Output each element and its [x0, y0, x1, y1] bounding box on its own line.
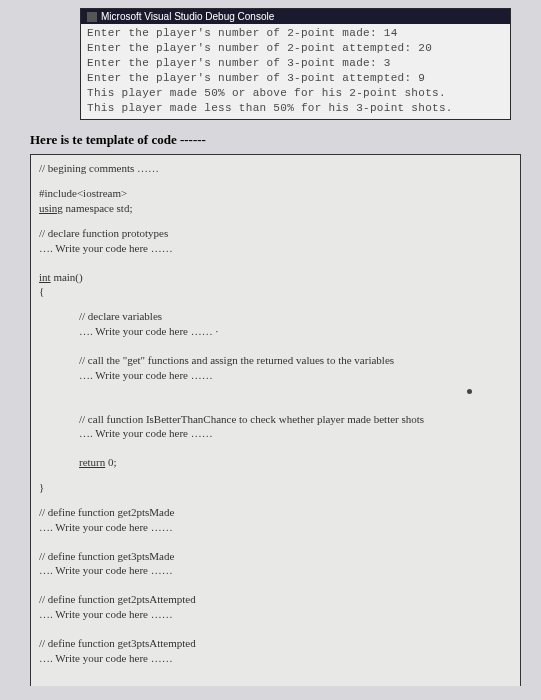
- console-title-text: Microsoft Visual Studio Debug Console: [101, 11, 274, 22]
- app-icon: [87, 12, 97, 22]
- code-placeholder: …. Write your code here ……: [79, 426, 512, 441]
- code-comment: // define function get2ptsAttempted: [39, 592, 512, 607]
- console-line: Enter the player's number of 2-point att…: [87, 41, 504, 56]
- code-brace: }: [39, 480, 512, 495]
- code-comment: // call the "get" functions and assign t…: [79, 353, 512, 368]
- code-brace: {: [39, 284, 512, 299]
- console-line: This player made less than 50% for his 3…: [87, 101, 504, 116]
- keyword-int: int: [39, 271, 51, 283]
- code-comment: // declare function prototypes: [39, 226, 512, 241]
- console-titlebar: Microsoft Visual Studio Debug Console: [81, 9, 510, 24]
- code-template: // begining comments …… #include<iostrea…: [30, 154, 521, 685]
- keyword-using: using: [39, 202, 63, 214]
- code-placeholder: …. Write your code here ……: [39, 607, 512, 622]
- code-placeholder: …. Write your code here ……: [39, 651, 512, 666]
- code-placeholder: …. Write your code here …… ·: [79, 324, 512, 339]
- keyword-return: return: [79, 456, 105, 468]
- code-placeholder: …. Write your code here ……: [79, 368, 512, 383]
- code-placeholder: …. Write your code here ……: [39, 520, 512, 535]
- console-window: Microsoft Visual Studio Debug Console En…: [80, 8, 511, 120]
- code-comment: // define function get3ptsAttempted: [39, 636, 512, 651]
- section-header: Here is te template of code ------: [30, 132, 521, 148]
- code-comment: // begining comments ……: [39, 161, 512, 176]
- code-placeholder: …. Write your code here ……: [39, 563, 512, 578]
- code-return: return 0;: [79, 455, 512, 470]
- bullet-icon: ·: [216, 325, 219, 337]
- code-include: #include<iostream>: [39, 186, 512, 201]
- console-line: Enter the player's number of 3-point att…: [87, 71, 504, 86]
- code-placeholder: …. Write your code here ……: [39, 241, 512, 256]
- code-main: int main(): [39, 270, 512, 285]
- console-line: This player made 50% or above for his 2-…: [87, 86, 504, 101]
- code-comment: // define function get3ptsMade: [39, 549, 512, 564]
- console-line: Enter the player's number of 2-point mad…: [87, 26, 504, 41]
- code-comment: // call function IsBetterThanChance to c…: [79, 412, 512, 427]
- code-comment: // declare variables: [79, 309, 512, 324]
- console-output: Enter the player's number of 2-point mad…: [81, 24, 510, 119]
- code-comment: // define function get2ptsMade: [39, 505, 512, 520]
- console-line: Enter the player's number of 3-point mad…: [87, 56, 504, 71]
- bullet-icon: [467, 389, 472, 394]
- code-using: using namespace std;: [39, 201, 512, 216]
